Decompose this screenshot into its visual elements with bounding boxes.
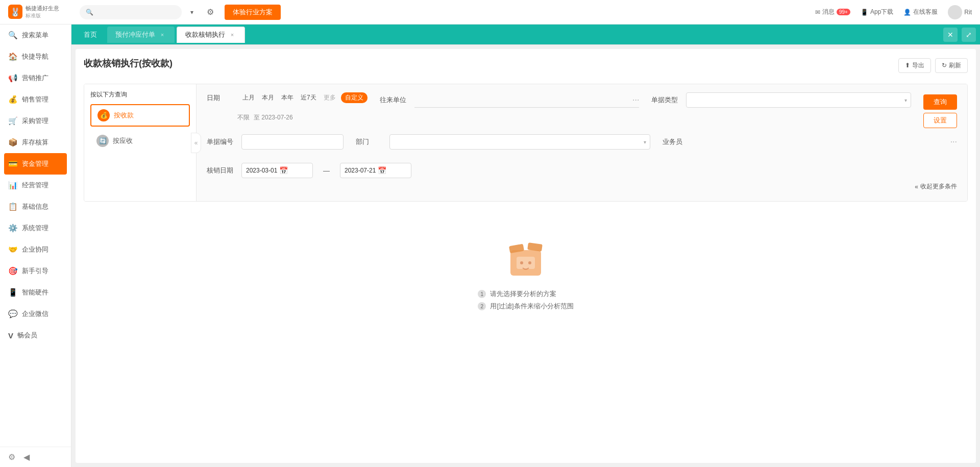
quick-nav-label: 快捷导航 [22,52,48,61]
export-btn[interactable]: ⬆ 导出 [898,58,931,73]
verify-date-start-value: 2023-03-01 [246,167,277,174]
business-label: 经营管理 [22,181,48,190]
sidebar-item-purchase[interactable]: 🛒 采购管理 [0,110,71,132]
date-custom[interactable]: 自定义 [341,92,368,103]
query-btn[interactable]: 查询 [923,94,957,110]
business-icon: 📊 [8,181,18,190]
service-icon: 👤 [903,9,911,16]
sidebar-settings-icon[interactable]: ⚙ [8,452,15,462]
tab-expand-icon[interactable]: ⤢ [962,28,976,42]
filter-panel-title: 按以下方查询 [90,90,190,99]
sidebar-item-hardware[interactable]: 📱 智能硬件 [0,282,71,303]
date-this-month[interactable]: 本月 [260,92,276,103]
doc-type-select[interactable] [686,92,911,108]
industry-btn[interactable]: 体验行业方案 [225,5,281,20]
refresh-label: 刷新 [949,61,961,70]
member-icon: V [8,331,13,340]
tab-advance-payment[interactable]: 预付冲应付单 × [107,27,175,43]
calendar-end-icon: 📅 [378,166,386,175]
guide-label: 新手引导 [22,266,48,276]
tab-advance-payment-close[interactable]: × [158,31,166,39]
sidebar-item-quick-nav[interactable]: 🏠 快捷导航 [0,46,71,67]
quick-nav-icon: 🏠 [8,52,18,61]
filter-staff-row: 业务员 ··· [663,134,957,150]
guide-icon: 🎯 [8,266,18,276]
sidebar-item-system[interactable]: ⚙️ 系统管理 [0,217,71,239]
tab-receipt-verify[interactable]: 收款核销执行 × [177,27,245,43]
collapse-icon: « [915,183,918,190]
sidebar-item-business[interactable]: 📊 经营管理 [0,175,71,196]
logo-icon: 🐰 [8,5,22,19]
filter-by-receivable[interactable]: 🔄 按应收 [90,131,190,151]
staff-label: 业务员 [663,137,688,146]
filter-docno-row: 单据编号 [207,134,344,150]
filter-date-row: 日期 上月 本月 本年 近7天 更多 自定义 [207,92,368,103]
sidebar-item-wechat[interactable]: 💬 企业微信 [0,303,71,325]
message-badge: 99+ [837,9,850,15]
refresh-icon: ↻ [942,62,947,69]
sales-icon: 💰 [8,95,18,104]
by-receipt-icon: 💰 [97,109,110,121]
app-logo: 🐰 畅捷通好生意 标准版 [8,5,80,19]
filter-right-panel: 日期 上月 本月 本年 近7天 更多 自定义 [197,84,967,201]
dropdown-arrow[interactable]: ▾ [186,6,198,18]
date-7days[interactable]: 近7天 [299,92,318,103]
sales-label: 销售管理 [22,95,48,104]
collapse-more-btn[interactable]: « 收起更多条件 [207,178,957,193]
date-more[interactable]: 更多 [322,92,338,103]
sidebar-bottom: ⚙ ◀ [0,447,71,467]
sidebar-item-basic-info[interactable]: 📋 基础信息 [0,196,71,217]
verify-date-end-wrap[interactable]: 2023-07-21 📅 [340,163,411,178]
sidebar-item-search-menu[interactable]: 🔍 搜索菜单 [0,24,71,46]
settings-gear-icon[interactable]: ⚙ [202,4,218,20]
tab-close-all-icon[interactable]: ✕ [943,28,958,42]
tab-receipt-verify-label: 收款核销执行 [185,30,225,39]
sidebar-item-finance[interactable]: 💳 资金管理 [4,153,67,175]
sidebar: 🔍 搜索菜单 🏠 快捷导航 📢 营销推广 💰 销售管理 🛒 采购管理 📦 库存核… [0,24,71,467]
date-last-month[interactable]: 上月 [240,92,257,103]
date-this-year[interactable]: 本年 [279,92,296,103]
date-range-separator: — [321,167,332,175]
counterparty-dots[interactable]: ··· [632,95,639,105]
empty-hint-2: 2 用[过滤]条件来缩小分析范围 [478,302,573,311]
dept-select[interactable] [389,134,650,150]
sidebar-item-member[interactable]: V 畅会员 [0,325,71,346]
enterprise-label: 企业协同 [22,245,48,254]
filter-by-receipt[interactable]: 💰 按收款 [90,104,190,127]
inventory-label: 库存核算 [22,138,48,147]
sidebar-collapse-icon[interactable]: ◀ [23,452,30,462]
doc-type-select-wrap [686,92,911,108]
tab-home[interactable]: 首页 [76,27,105,43]
verify-date-start-wrap[interactable]: 2023-03-01 📅 [241,163,313,178]
svg-point-5 [528,261,531,264]
search-icon: 🔍 [86,9,93,16]
tab-receipt-verify-close[interactable]: × [228,31,236,39]
sidebar-item-sales[interactable]: 💰 销售管理 [0,89,71,110]
sidebar-item-enterprise[interactable]: 🤝 企业协同 [0,239,71,260]
system-label: 系统管理 [22,224,48,233]
app-download-btn[interactable]: 📱 App下载 [861,8,893,16]
by-receivable-icon: 🔄 [96,135,109,147]
refresh-btn[interactable]: ↻ 刷新 [935,58,968,73]
hardware-label: 智能硬件 [22,288,48,297]
messages-btn[interactable]: ✉ 消息 99+ [815,8,850,16]
doc-no-input[interactable] [241,134,344,150]
filter-section: 按以下方查询 💰 按收款 🔄 按应收 « [84,84,968,202]
settings-btn[interactable]: 设置 [923,113,957,128]
app-download-icon: 📱 [861,9,868,16]
left-panel-collapse-arrow[interactable]: « [191,133,201,153]
finance-label: 资金管理 [22,159,48,168]
user-avatar-area[interactable]: Rit [948,5,972,19]
sidebar-item-guide[interactable]: 🎯 新手引导 [0,260,71,282]
date-unlimited-label: 不限 [237,113,250,122]
sidebar-item-inventory[interactable]: 📦 库存核算 [0,132,71,153]
hint-text-2: 用[过滤]条件来缩小分析范围 [490,302,573,311]
search-menu-label: 搜索菜单 [22,31,48,40]
page-title: 收款核销执行(按收款) [84,57,173,69]
member-label: 畅会员 [17,331,37,340]
staff-dots[interactable]: ··· [950,137,957,146]
enterprise-icon: 🤝 [8,245,18,254]
search-box[interactable]: 🔍 [80,5,182,19]
sidebar-item-marketing[interactable]: 📢 营销推广 [0,67,71,89]
online-service-btn[interactable]: 👤 在线客服 [903,8,938,16]
